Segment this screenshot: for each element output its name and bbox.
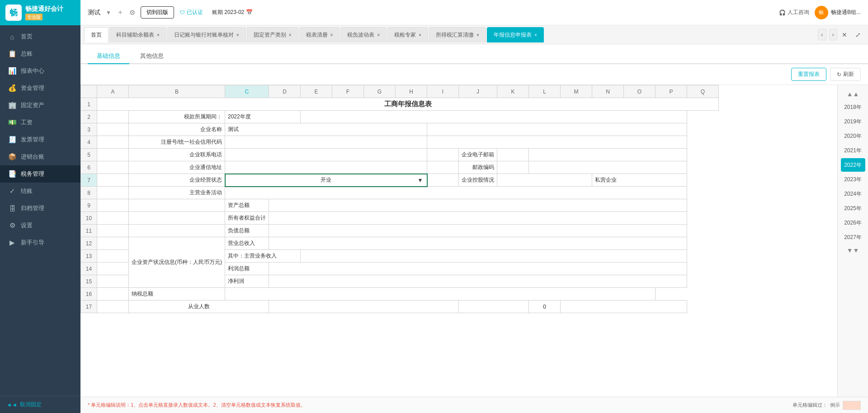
sidebar-item-salary[interactable]: 💵 工资 [0,114,80,131]
tab-close-fixed-asset-type[interactable]: × [289,33,292,38]
data-cell[interactable]: 0 [529,300,561,313]
data-cell[interactable]: 企业通信地址 [129,161,225,174]
data-cell[interactable]: 邮政编码 [459,161,497,174]
dropdown-arrow-icon[interactable]: ▼ [418,177,423,183]
data-cell[interactable]: 利润总额 [225,263,269,275]
tab-aux-balance[interactable]: 科目辅助余额表× [109,27,166,42]
data-cell[interactable]: 企业联系电话 [129,149,225,161]
data-cell[interactable] [269,300,459,313]
customer-service-button[interactable]: 🎧 人工咨询 [779,9,809,16]
year-item[interactable]: 2024年 [841,187,865,201]
data-cell[interactable] [97,225,129,237]
data-cell[interactable]: 企业控股情况 [459,174,497,187]
tab-close-tax-calc[interactable]: × [476,33,479,38]
data-cell[interactable]: 营业总收入 [225,237,269,250]
sidebar-item-settle[interactable]: ✓ 结账 [0,183,80,200]
spreadsheet-container[interactable]: ABCDEFGHIJKLMNOPQ 1工商年报信息表2税款所属期间：2022年度… [80,85,837,397]
data-cell[interactable] [129,225,225,237]
data-cell[interactable] [529,161,687,174]
data-cell[interactable] [97,149,129,161]
col-header-G[interactable]: G [364,85,396,98]
data-cell[interactable] [529,149,687,161]
topbar-dropdown-arrow[interactable]: ▼ [106,9,111,16]
data-cell[interactable] [97,123,129,136]
topbar-settings-icon[interactable]: ⚙ [129,9,135,17]
row-header-cell[interactable]: 5 [81,149,97,161]
data-cell[interactable] [225,149,427,161]
data-cell[interactable] [97,199,129,212]
year-item[interactable]: 2020年 [841,129,865,143]
data-cell[interactable]: 企业经营状态 [129,174,225,187]
row-header-cell[interactable]: 12 [81,237,97,250]
data-cell[interactable]: 其中：主营业务收入 [225,250,301,263]
data-cell[interactable] [225,136,427,149]
sidebar-item-fixed[interactable]: 🏢 固定资产 [0,97,80,114]
sidebar-item-report[interactable]: 📊 报表中心 [0,62,80,80]
row-header-cell[interactable]: 9 [81,199,97,212]
data-cell[interactable]: 开业▼ [225,174,427,187]
data-cell[interactable] [97,288,129,300]
data-cell[interactable]: 所有者权益合计 [225,212,269,225]
tab-fixed-asset-type[interactable]: 固定资产类别× [247,27,298,42]
tab-close-tax-check[interactable]: × [419,33,421,38]
tabbar-next-button[interactable]: › [829,29,837,40]
col-header-M[interactable]: M [561,85,592,98]
col-header-O[interactable]: O [624,85,656,98]
sidebar-item-guide[interactable]: ▶ 新手引导 [0,234,80,251]
data-cell[interactable] [97,161,129,174]
row-header-cell[interactable]: 7 [81,174,97,187]
reset-report-button[interactable]: 重置报表 [791,68,826,81]
tabbar-expand-button[interactable]: ⤢ [852,29,864,40]
row-header-cell[interactable]: 13 [81,250,97,263]
row-header-cell[interactable]: 2 [81,111,97,123]
data-cell[interactable]: 企业名称 [129,123,225,136]
tab-close-journal-bank[interactable]: × [236,33,239,38]
col-header-rownum[interactable] [81,85,97,98]
col-header-K[interactable]: K [497,85,529,98]
sidebar-item-settings[interactable]: ⚙ 设置 [0,217,80,234]
data-cell[interactable] [427,174,459,187]
year-panel-down-button[interactable]: ▼▼ [845,245,861,256]
data-cell[interactable] [97,187,129,199]
data-cell[interactable] [497,174,592,187]
row-header-cell[interactable]: 15 [81,275,97,288]
data-cell[interactable]: 企业资产状况信息(币种：人民币万元) [129,237,225,288]
data-cell[interactable]: 纳税总额 [129,288,225,300]
col-header-L[interactable]: L [529,85,561,98]
data-cell[interactable] [459,300,529,313]
row-header-cell[interactable]: 3 [81,123,97,136]
data-cell[interactable] [269,212,687,225]
tabbar-prev-button[interactable]: ‹ [818,29,826,40]
data-cell[interactable] [97,212,129,225]
tab-tax-check[interactable]: 税检专家× [387,27,428,42]
data-cell[interactable] [97,275,129,288]
col-header-D[interactable]: D [269,85,301,98]
data-cell[interactable] [97,136,129,149]
data-cell[interactable] [97,111,129,123]
data-cell[interactable] [225,187,687,199]
sidebar-item-stock[interactable]: 📦 进销台账 [0,148,80,165]
year-item[interactable]: 2018年 [841,100,865,114]
data-cell[interactable] [427,136,687,149]
data-cell[interactable] [427,149,459,161]
data-cell[interactable] [269,199,687,212]
year-item[interactable]: 2023年 [841,173,865,186]
sub-tab-basic[interactable]: 基础信息 [88,49,129,64]
switch-old-version-button[interactable]: 切到旧版 [141,6,174,19]
refresh-button[interactable]: ↻ 刷新 [830,68,861,81]
data-cell[interactable] [129,199,225,212]
data-cell[interactable] [427,123,687,136]
tab-tax-return[interactable]: 税表清册× [299,27,340,42]
data-cell[interactable]: 工商年报信息表 [97,98,719,111]
data-cell[interactable]: 注册号/统一社会信用代码 [129,136,225,149]
year-item[interactable]: 2025年 [841,202,865,215]
col-header-I[interactable]: I [427,85,459,98]
col-header-E[interactable]: E [301,85,332,98]
tab-close-aux-balance[interactable]: × [157,33,160,38]
sidebar-item-archive[interactable]: 🗄 归档管理 [0,200,80,217]
year-item[interactable]: 2022年 [841,158,865,172]
row-header-cell[interactable]: 14 [81,263,97,275]
year-item[interactable]: 2019年 [841,115,865,128]
cancel-fixed-button[interactable]: ◄◄ 取消固定 [0,396,80,413]
data-cell[interactable] [301,250,687,263]
